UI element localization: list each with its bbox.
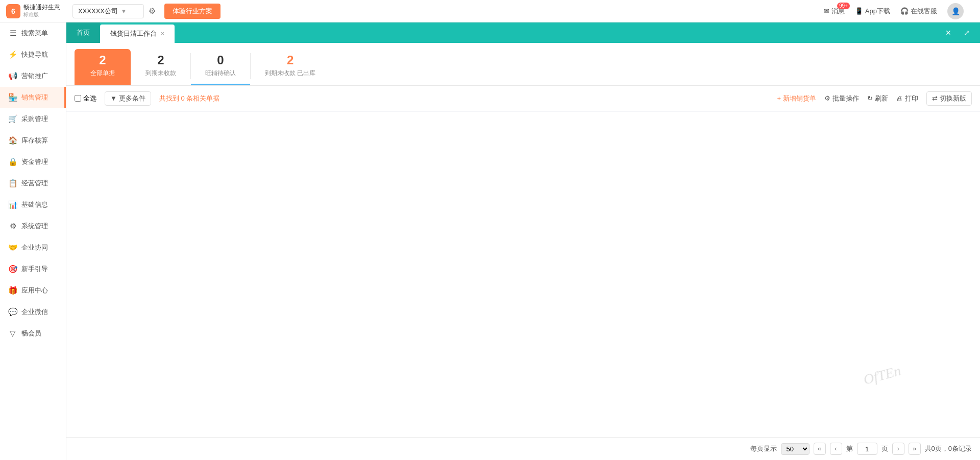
switch-icon: ⇄ (932, 94, 938, 102)
maximize-button[interactable]: ⤢ (960, 26, 974, 40)
message-icon: ✉ (824, 7, 829, 15)
app-version: 标准版 (23, 11, 60, 18)
sidebar-item-vip[interactable]: ▽ 畅会员 (0, 323, 66, 344)
finance-icon: 🔒 (8, 157, 17, 166)
sidebar-label-marketing: 营销推广 (21, 71, 48, 81)
select-all-checkbox[interactable]: 全选 (75, 94, 96, 103)
sidebar-label-basic-info: 基础信息 (21, 200, 48, 209)
chevron-down-icon: ▼ (121, 8, 127, 14)
filter-icon: ▼ (110, 94, 117, 102)
sidebar-item-system[interactable]: ⚙ 系统管理 (0, 215, 66, 237)
page-suffix: 页 (881, 444, 888, 453)
sidebar-item-sales[interactable]: 🏪 销售管理 (0, 87, 66, 108)
sidebar-item-enterprise-wechat[interactable]: 💬 企业微信 (0, 301, 66, 323)
enterprise-coop-icon: 🤝 (8, 243, 17, 252)
search-menu-icon: ☰ (8, 29, 17, 38)
sidebar-item-purchase[interactable]: 🛒 采购管理 (0, 108, 66, 130)
per-page-select[interactable]: 50 100 200 (781, 443, 810, 455)
toolbar-right: + 新增销货单 ⚙ 批量操作 ↻ 刷新 🖨 打印 ⇄ 切换新版 (777, 91, 972, 106)
service-icon: 🎧 (900, 7, 909, 15)
print-label: 打印 (905, 94, 918, 103)
enterprise-wechat-icon: 💬 (8, 307, 17, 317)
prev-page-button[interactable]: ‹ (830, 443, 842, 455)
batch-icon: ⚙ (824, 94, 830, 102)
download-icon: 📱 (855, 7, 863, 15)
close-tab-button[interactable]: ✕ (941, 26, 955, 40)
sidebar-label-search-menu: 搜索菜单 (21, 29, 48, 38)
table-area (66, 112, 980, 437)
last-page-button[interactable]: » (909, 443, 921, 455)
stat-label-overdue-shipped: 到期未收款 已出库 (265, 69, 315, 78)
guide-icon: 🎯 (8, 264, 17, 274)
total-info: 共0页，0条记录 (925, 444, 972, 453)
sidebar-label-vip: 畅会员 (21, 329, 41, 338)
tab-home-label: 首页 (77, 28, 90, 37)
next-page-button[interactable]: › (892, 443, 904, 455)
stat-tab-overdue-shipped[interactable]: 2 到期未收款 已出库 (251, 49, 330, 85)
sidebar-item-quick-nav[interactable]: ⚡ 快捷导航 (0, 44, 66, 65)
company-selector[interactable]: XXXXXX公司 ▼ (72, 4, 144, 18)
logo-icon: 6 (6, 4, 20, 18)
found-count-text: 共找到 0 条相关单据 (159, 94, 219, 103)
sidebar-item-enterprise-coop[interactable]: 🤝 企业协同 (0, 237, 66, 258)
page-input[interactable] (857, 443, 877, 455)
basic-info-icon: 📊 (8, 200, 17, 209)
print-button[interactable]: 🖨 打印 (896, 94, 918, 103)
inventory-icon: 🏠 (8, 136, 17, 145)
online-service-label: 在线客服 (911, 7, 937, 16)
batch-label: 批量操作 (832, 94, 859, 103)
avatar[interactable]: 👤 (947, 3, 964, 19)
main-content: 2 全部单据 2 到期未收款 0 旺辅待确认 2 到期未收款 已出库 全选 ▼ … (66, 43, 980, 460)
tab-cashflow-label: 钱货日清工作台 (110, 29, 157, 38)
sidebar-item-finance[interactable]: 🔒 资金管理 (0, 151, 66, 173)
message-button[interactable]: ✉ 消息 99+ (824, 7, 845, 16)
stat-label-wangpu-confirm: 旺辅待确认 (205, 69, 236, 78)
sidebar-item-basic-info[interactable]: 📊 基础信息 (0, 194, 66, 215)
toolbar: 全选 ▼ 更多条件 共找到 0 条相关单据 + 新增销货单 ⚙ 批量操作 ↻ 刷… (66, 86, 980, 111)
sidebar-label-purchase: 采购管理 (21, 114, 48, 124)
sidebar-label-enterprise-wechat: 企业微信 (21, 307, 48, 317)
footer-pagination: 每页显示 50 100 200 « ‹ 第 页 › » 共0页，0条记录 (66, 437, 980, 460)
per-page-label: 每页显示 (750, 444, 777, 453)
stat-num-overdue-shipped: 2 (287, 53, 293, 68)
top-header: 6 畅捷通好生意 标准版 XXXXXX公司 ▼ ⚙ 体验行业方案 ✉ 消息 99… (0, 0, 980, 22)
stat-label-overdue-unpaid: 到期未收款 (145, 69, 176, 78)
marketing-icon: 📢 (8, 71, 17, 81)
stat-tabs: 2 全部单据 2 到期未收款 0 旺辅待确认 2 到期未收款 已出库 (66, 43, 980, 86)
vip-icon: ▽ (8, 329, 17, 338)
sidebar-item-operations[interactable]: 📋 经营管理 (0, 173, 66, 194)
app-download-button[interactable]: 📱 App下载 (855, 7, 890, 16)
refresh-button[interactable]: ↻ 刷新 (867, 94, 888, 103)
refresh-label: 刷新 (875, 94, 888, 103)
found-count-value: 0 (181, 94, 185, 102)
stat-tab-all[interactable]: 2 全部单据 (75, 49, 131, 85)
message-badge: 99+ (837, 3, 850, 9)
sidebar-item-guide[interactable]: 🎯 新手引导 (0, 258, 66, 280)
online-service-button[interactable]: 🎧 在线客服 (900, 7, 937, 16)
tab-cashflow-workbench[interactable]: 钱货日清工作台 × (100, 25, 175, 43)
stat-tab-overdue-unpaid[interactable]: 2 到期未收款 (131, 49, 190, 85)
stat-tab-wangpu-confirm[interactable]: 0 旺辅待确认 (191, 49, 250, 85)
more-conditions-button[interactable]: ▼ 更多条件 (105, 91, 151, 106)
sidebar-item-inventory[interactable]: 🏠 库存核算 (0, 130, 66, 151)
sidebar-item-search-menu[interactable]: ☰ 搜索菜单 (0, 22, 66, 44)
sidebar-label-operations: 经营管理 (21, 179, 48, 188)
sidebar-item-app-center[interactable]: 🎁 应用中心 (0, 280, 66, 301)
experience-button[interactable]: 体验行业方案 (164, 4, 220, 19)
add-sales-order-button[interactable]: + 新增销货单 (777, 94, 816, 103)
select-all-input[interactable] (75, 95, 81, 102)
tab-close-icon[interactable]: × (161, 30, 164, 37)
logo-area: 6 畅捷通好生意 标准版 (6, 4, 72, 19)
print-icon: 🖨 (896, 94, 903, 102)
tab-home[interactable]: 首页 (66, 22, 100, 43)
settings-button[interactable]: ⚙ (144, 3, 160, 19)
first-page-button[interactable]: « (814, 443, 826, 455)
sidebar: ☰ 搜索菜单 ⚡ 快捷导航 📢 营销推广 🏪 销售管理 🛒 采购管理 🏠 库存核… (0, 22, 66, 460)
stat-num-wangpu-confirm: 0 (217, 53, 224, 68)
batch-operations-button[interactable]: ⚙ 批量操作 (824, 94, 859, 103)
app-download-label: App下载 (865, 7, 890, 16)
app-center-icon: 🎁 (8, 286, 17, 295)
sidebar-label-guide: 新手引导 (21, 264, 48, 274)
switch-version-button[interactable]: ⇄ 切换新版 (926, 91, 972, 106)
sidebar-item-marketing[interactable]: 📢 营销推广 (0, 65, 66, 87)
